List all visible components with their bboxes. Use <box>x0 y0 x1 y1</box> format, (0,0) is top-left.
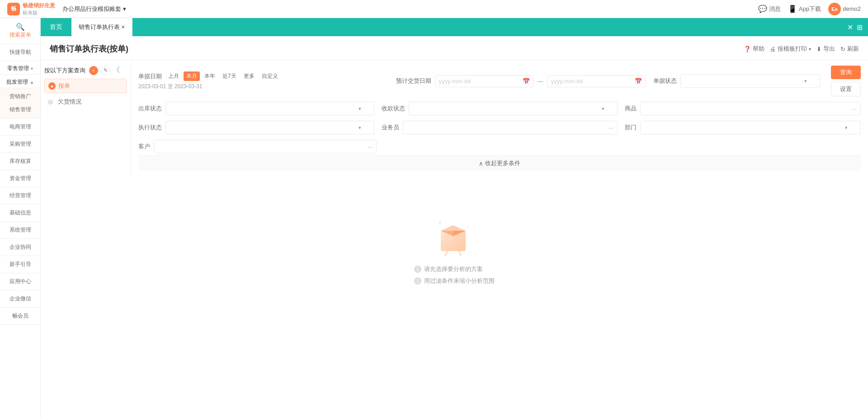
logo-text: 畅捷销好生意 <box>23 2 55 10</box>
product-input[interactable]: ··· <box>640 102 861 115</box>
app-download-label: App下载 <box>799 5 821 13</box>
sidebar-item-finance[interactable]: 资金管理 <box>0 170 40 187</box>
top-bar: 畅 畅捷销好生意 标准版 办公用品行业模拟账套 ▾ 💬 消息 📱 App下载 E… <box>0 0 868 18</box>
add-scheme-btn[interactable]: + <box>89 66 98 75</box>
date-tab-more[interactable]: 更多 <box>241 71 257 81</box>
page-header: 销售订单执行表(按单) ❓ 帮助 🖨 按模板打印 ▾ ⬇ 导出 <box>41 36 868 60</box>
single-date-label: 单据日期 <box>138 72 162 81</box>
svg-point-4 <box>439 222 441 223</box>
exec-status-select[interactable]: ▾ <box>165 121 374 134</box>
tab-home[interactable]: 首页 <box>41 18 71 36</box>
retail-label: 零售管理 <box>7 65 29 72</box>
customer-input[interactable]: ··· <box>154 140 377 153</box>
single-status-group: 单据状态 ▾ <box>653 74 820 88</box>
date-tab-this-year[interactable]: 本年 <box>202 71 218 81</box>
retail-arrow: ▾ <box>31 66 33 71</box>
sidebar-item-inventory[interactable]: 库存核算 <box>0 153 40 170</box>
refresh-label: 刷新 <box>847 45 859 53</box>
member-label: 畅会员 <box>2 312 38 320</box>
empty-tip-1: 1 请先选择要分析的方案 <box>414 265 495 273</box>
collapse-bar[interactable]: ∧ 收起更多条件 <box>138 155 861 171</box>
salesman-input[interactable]: ··· <box>403 121 618 134</box>
exec-status-group: 执行状态 ▾ <box>138 121 374 134</box>
filter-left: 按以下方案查询 + ✎ 《 ● 按单 ◎ 欠货情况 <box>41 60 131 176</box>
sidebar-item-shortcut[interactable]: 快捷导航 <box>0 44 40 61</box>
calendar-end-icon: 📅 <box>635 78 642 85</box>
help-btn[interactable]: ❓ 帮助 <box>744 45 764 53</box>
date-tabs: 上月 本月 本年 近7天 更多 自定义 <box>165 71 281 81</box>
export-btn[interactable]: ⬇ 导出 <box>816 45 835 53</box>
sidebar-item-system[interactable]: 系统管理 <box>0 222 40 239</box>
sidebar-item-basic-info[interactable]: 基础信息 <box>0 204 40 222</box>
empty-tip-2: 2 用过滤条件来缩小分析范围 <box>414 277 495 285</box>
expected-date-end-placeholder: yyyy-mm-dd <box>551 78 583 85</box>
print-icon: 🖨 <box>770 46 776 52</box>
sidebar-item-sales-mgmt[interactable]: 销售管理 <box>0 103 40 116</box>
page-content: 销售订单执行表(按单) ❓ 帮助 🖨 按模板打印 ▾ ⬇ 导出 <box>41 36 868 418</box>
department-select[interactable]: ▾ <box>640 121 861 134</box>
sidebar-item-enterprise[interactable]: 企业协同 <box>0 239 40 256</box>
date-tab-7days[interactable]: 近7天 <box>220 71 239 81</box>
sidebar-item-guide[interactable]: 新手引导 <box>0 256 40 273</box>
sidebar-item-apps[interactable]: 应用中心 <box>0 273 40 290</box>
guide-label: 新手引导 <box>2 261 38 268</box>
expected-date-start[interactable]: yyyy-mm-dd 📅 <box>435 75 534 87</box>
tab-home-label: 首页 <box>50 23 62 31</box>
sidebar-item-purchase[interactable]: 采购管理 <box>0 136 40 153</box>
logo-icon: 畅 <box>7 3 20 15</box>
top-bar-left: 畅 畅捷销好生意 标准版 办公用品行业模拟账套 ▾ <box>7 2 130 16</box>
expected-date-group: 预计交货日期 yyyy-mm-dd 📅 — yyyy-mm-dd 📅 <box>396 75 646 87</box>
date-tab-last-month[interactable]: 上月 <box>165 71 182 81</box>
single-status-select[interactable]: ▾ <box>680 74 820 88</box>
scheme-stock-label: 欠货情况 <box>58 98 81 106</box>
collection-status-arrow: ▾ <box>602 106 604 112</box>
help-icon: ❓ <box>744 46 751 52</box>
app-download-action[interactable]: 📱 App下载 <box>788 5 821 13</box>
refresh-icon: ↻ <box>840 46 845 52</box>
sidebar-item-search[interactable]: 🔍 搜索菜单 <box>0 18 40 44</box>
product-label: 商品 <box>625 104 637 113</box>
setting-btn[interactable]: 设置 <box>831 82 861 96</box>
expected-date-start-placeholder: yyyy-mm-dd <box>439 78 471 85</box>
sidebar-item-ecommerce[interactable]: 电商管理 <box>0 119 40 136</box>
collection-status-select[interactable]: ▾ <box>409 102 618 115</box>
sidebar-item-marketing[interactable]: 营销推广 <box>0 90 40 103</box>
edit-scheme-btn[interactable]: ✎ <box>101 66 110 75</box>
tab-close-icon[interactable]: ✕ <box>847 23 853 32</box>
sidebar-wholesale-submenu: 营销推广 销售管理 <box>0 88 40 119</box>
sidebar: 🔍 搜索菜单 快捷导航 零售管理 ▾ 批发管理 ▲ 营销推广 销售管理 电商管理… <box>0 18 41 418</box>
query-btn[interactable]: 查询 <box>831 66 861 79</box>
out-status-select[interactable]: ▾ <box>165 102 374 115</box>
scheme-item-stock[interactable]: ◎ 欠货情况 <box>44 95 127 109</box>
tab-active[interactable]: 销售订单执行表 × <box>71 18 132 36</box>
sidebar-item-member[interactable]: 畅会员 <box>0 308 40 325</box>
help-label: 帮助 <box>753 45 764 53</box>
date-tab-this-month[interactable]: 本月 <box>184 71 200 81</box>
tab-bar-actions: ✕ ⊞ <box>842 23 868 32</box>
refresh-btn[interactable]: ↻ 刷新 <box>840 45 859 53</box>
tab-maximize-icon[interactable]: ⊞ <box>857 23 863 32</box>
company-selector[interactable]: 办公用品行业模拟账套 ▾ <box>59 5 130 13</box>
sidebar-item-wechat[interactable]: 企业微信 <box>0 290 40 308</box>
message-action[interactable]: 💬 消息 <box>758 5 781 13</box>
date-tab-custom[interactable]: 自定义 <box>259 71 281 81</box>
export-icon: ⬇ <box>816 46 821 52</box>
template-print-btn[interactable]: 🖨 按模板打印 ▾ <box>770 45 811 53</box>
sidebar-item-operations[interactable]: 经营管理 <box>0 187 40 204</box>
export-label: 导出 <box>823 45 835 53</box>
salesman-label: 业务员 <box>382 124 399 132</box>
svg-point-5 <box>467 226 469 227</box>
sidebar-item-wholesale[interactable]: 批发管理 ▲ <box>0 75 40 88</box>
expected-date-end[interactable]: yyyy-mm-dd 📅 <box>547 75 646 87</box>
sidebar-item-retail[interactable]: 零售管理 ▾ <box>0 61 40 75</box>
user-area[interactable]: Ea demo2 <box>828 3 861 15</box>
scheme-item-order[interactable]: ● 按单 <box>44 79 127 93</box>
company-arrow: ▾ <box>123 5 126 12</box>
main-layout: 🔍 搜索菜单 快捷导航 零售管理 ▾ 批发管理 ▲ 营销推广 销售管理 电商管理… <box>0 18 868 418</box>
expected-date-label: 预计交货日期 <box>396 77 431 85</box>
department-group: 部门 ▾ <box>625 121 861 134</box>
ecommerce-label: 电商管理 <box>2 123 38 131</box>
single-status-arrow: ▾ <box>804 78 807 84</box>
collapse-panel-btn[interactable]: 《 <box>113 66 120 75</box>
exec-status-arrow: ▾ <box>359 125 361 131</box>
